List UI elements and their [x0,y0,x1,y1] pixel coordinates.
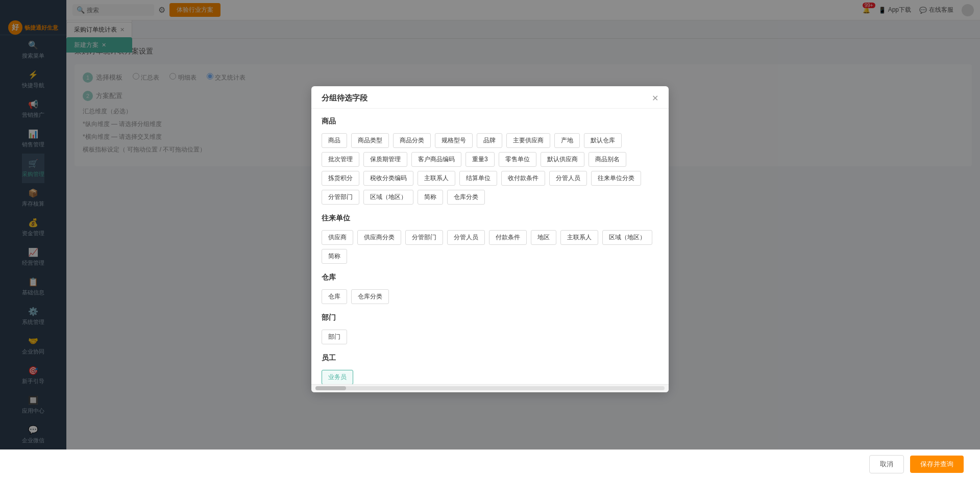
field-tag-0-25[interactable]: 仓库分类 [447,190,485,205]
section-1: 往来单位供应商供应商分类分管部门分管人员付款条件地区主联系人区域（地区）简称 [322,214,658,264]
field-tag-0-11[interactable]: 重量3 [465,152,495,167]
field-tag-1-7[interactable]: 区域（地区） [602,230,652,245]
section-title-1: 往来单位 [322,214,658,225]
field-tag-2-1[interactable]: 仓库分类 [351,289,389,304]
modal-title: 分组待选字段 [322,93,368,103]
field-tag-1-8[interactable]: 简称 [322,249,347,264]
field-tags-1: 供应商供应商分类分管部门分管人员付款条件地区主联系人区域（地区）简称 [322,230,658,264]
field-tag-3-0[interactable]: 部门 [322,330,347,344]
field-tag-0-19[interactable]: 收付款条件 [501,171,545,186]
field-tag-0-4[interactable]: 品牌 [477,133,502,148]
field-tags-0: 商品商品类型商品分类规格型号品牌主要供应商产地默认仓库批次管理保质期管理客户商品… [322,133,658,205]
scrollbar-thumb [315,386,346,390]
field-tag-0-12[interactable]: 零售单位 [499,152,536,167]
field-tag-0-9[interactable]: 保质期管理 [363,152,407,167]
field-tags-2: 仓库仓库分类 [322,289,658,304]
modal: 分组待选字段 ✕ 商品商品商品类型商品分类规格型号品牌主要供应商产地默认仓库批次… [311,86,669,392]
section-title-3: 部门 [322,313,658,324]
field-tag-0-14[interactable]: 商品别名 [589,152,626,167]
field-tags-3: 部门 [322,330,658,344]
modal-header: 分组待选字段 ✕ [311,86,669,109]
field-tag-1-1[interactable]: 供应商分类 [357,230,401,245]
modal-overlay: 分组待选字段 ✕ 商品商品商品类型商品分类规格型号品牌主要供应商产地默认仓库批次… [0,0,980,478]
field-tag-0-6[interactable]: 产地 [554,133,580,148]
bottom-actions: 取消 保存并查询 [0,449,980,478]
field-tag-0-15[interactable]: 拣货积分 [322,171,359,186]
field-tags-4: 业务员 [322,370,658,384]
field-tag-0-16[interactable]: 税收分类编码 [363,171,413,186]
section-title-4: 员工 [322,354,658,365]
section-3: 部门部门 [322,313,658,344]
field-tag-0-5[interactable]: 主要供应商 [506,133,550,148]
modal-footer-scrollbar [311,384,669,392]
section-2: 仓库仓库仓库分类 [322,273,658,304]
field-tag-0-23[interactable]: 区域（地区） [363,190,413,205]
field-tag-1-2[interactable]: 分管部门 [405,230,443,245]
field-tag-0-1[interactable]: 商品类型 [351,133,389,148]
save-button[interactable]: 保存并查询 [910,456,964,473]
field-tag-0-20[interactable]: 分管人员 [549,171,587,186]
field-tag-1-5[interactable]: 地区 [531,230,556,245]
field-tag-0-18[interactable]: 结算单位 [459,171,497,186]
field-tag-0-3[interactable]: 规格型号 [435,133,473,148]
section-title-0: 商品 [322,117,658,128]
field-tag-0-22[interactable]: 分管部门 [322,190,359,205]
field-tag-0-10[interactable]: 客户商品编码 [411,152,461,167]
cancel-button[interactable]: 取消 [869,455,904,473]
field-tag-1-3[interactable]: 分管人员 [447,230,485,245]
field-tag-0-2[interactable]: 商品分类 [393,133,431,148]
section-title-2: 仓库 [322,273,658,284]
field-tag-1-0[interactable]: 供应商 [322,230,353,245]
modal-close-button[interactable]: ✕ [652,93,658,103]
field-tag-0-17[interactable]: 主联系人 [418,171,455,186]
field-tag-1-4[interactable]: 付款条件 [489,230,527,245]
field-tag-0-7[interactable]: 默认仓库 [584,133,622,148]
modal-body[interactable]: 商品商品商品类型商品分类规格型号品牌主要供应商产地默认仓库批次管理保质期管理客户… [311,109,669,384]
field-tag-1-6[interactable]: 主联系人 [560,230,598,245]
field-tag-0-0[interactable]: 商品 [322,133,347,148]
field-tag-4-0[interactable]: 业务员 [322,370,353,384]
field-tag-0-24[interactable]: 简称 [418,190,443,205]
field-tag-0-13[interactable]: 默认供应商 [541,152,584,167]
horizontal-scrollbar[interactable] [315,386,665,390]
section-0: 商品商品商品类型商品分类规格型号品牌主要供应商产地默认仓库批次管理保质期管理客户… [322,117,658,205]
field-tag-0-21[interactable]: 往来单位分类 [591,171,641,186]
field-tag-0-8[interactable]: 批次管理 [322,152,359,167]
section-4: 员工业务员 [322,354,658,384]
field-tag-2-0[interactable]: 仓库 [322,289,347,304]
